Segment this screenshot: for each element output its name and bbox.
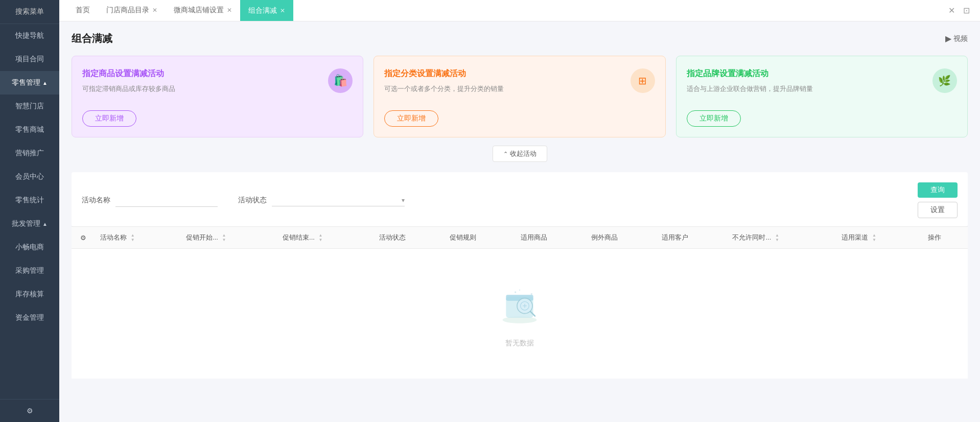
col-name-label: 活动名称 [100, 233, 127, 241]
col-promo-end[interactable]: 促销结束... ▲ ▼ [277, 227, 374, 249]
col-applicable-goods: 适用商品 [516, 227, 586, 249]
product-discount-card: 🛍️ 指定商品设置满减活动 可指定滞销商品或库存较多商品 立即新增 [72, 56, 363, 137]
gear-icon: ⚙ [27, 407, 33, 415]
tab-wechat-store-label: 微商城店铺设置 [174, 6, 224, 15]
tab-combo-discount-close[interactable]: ✕ [280, 7, 285, 14]
col-no-concurrent-label: 不允许同时... [732, 233, 771, 241]
sidebar-item-finance-mgmt[interactable]: 资金管理 [0, 306, 59, 330]
settings-button[interactable]: 设置 [918, 202, 958, 218]
sidebar-item-member-center[interactable]: 会员中心 [0, 165, 59, 189]
tab-combo-discount[interactable]: 组合满减 ✕ [240, 0, 293, 21]
col-applicable-channels-sort: ▲ ▼ [872, 233, 876, 242]
collapse-btn-label: 收起活动 [510, 149, 536, 158]
svg-point-9 [519, 290, 521, 291]
activity-name-label: 活动名称 [82, 196, 110, 205]
col-name-sort: ▲ ▼ [131, 233, 135, 242]
col-promo-rule-label: 促销规则 [450, 233, 476, 241]
video-link-label: 视频 [953, 34, 968, 43]
tab-home-label: 首页 [76, 6, 90, 15]
filter-actions: 查询 设置 [918, 182, 958, 218]
window-close-btn[interactable]: ✕ [946, 4, 957, 17]
sidebar-item-wholesale-mgmt[interactable]: 批发管理 ▲ [0, 212, 59, 236]
wholesale-mgmt-arrow-icon: ▲ [42, 221, 48, 227]
sidebar-item-marketing[interactable]: 营销推广 [0, 142, 59, 165]
brand-discount-add-btn[interactable]: 立即新增 [687, 110, 741, 127]
tab-store-products[interactable]: 门店商品目录 ✕ [98, 0, 166, 21]
col-promo-end-label: 促销结束... [283, 233, 315, 241]
sidebar-item-project-contract[interactable]: 项目合同 [0, 48, 59, 71]
tab-store-products-label: 门店商品目录 [106, 6, 149, 15]
svg-point-8 [515, 291, 516, 293]
category-discount-card: ⊞ 指定分类设置满减活动 可选一个或者多个分类，提升分类的销量 立即新增 [374, 56, 665, 137]
sidebar-item-xiaochangec[interactable]: 小畅电商 [0, 236, 59, 259]
sidebar-item-retail-mgmt[interactable]: 零售管理 ▲ [0, 71, 59, 95]
col-status-label: 活动状态 [379, 233, 406, 241]
product-discount-icon: 🛍️ [328, 68, 353, 93]
col-promo-end-sort: ▲ ▼ [319, 233, 323, 242]
sidebar-item-retail-stats[interactable]: 零售统计 [0, 189, 59, 212]
collapse-activities-btn[interactable]: ⌃ 收起活动 [493, 146, 547, 162]
main-area: 首页 门店商品目录 ✕ 微商城店铺设置 ✕ 组合满减 ✕ ✕ ⊡ 组合满减 ▶ … [59, 0, 980, 422]
col-promo-start-sort: ▲ ▼ [222, 233, 226, 242]
category-discount-desc: 可选一个或者多个分类，提升分类的销量 [384, 84, 655, 102]
chevron-up-icon: ⌃ [503, 151, 508, 157]
product-discount-desc: 可指定滞销商品或库存较多商品 [82, 84, 353, 102]
col-applicable-goods-label: 适用商品 [521, 233, 547, 241]
page-content: 组合满减 ▶ 视频 🛍️ 指定商品设置满减活动 可指定滞销商品或库存较多商品 立… [59, 21, 980, 422]
sidebar-settings-btn[interactable]: ⚙ [0, 399, 59, 422]
tab-bar-actions: ✕ ⊡ [946, 4, 972, 17]
col-operation-label: 操作 [928, 233, 941, 241]
page-header: 组合满减 ▶ 视频 [72, 32, 968, 45]
brand-discount-icon: 🌿 [932, 68, 957, 93]
tab-store-products-close[interactable]: ✕ [152, 7, 157, 14]
product-discount-add-btn[interactable]: 立即新增 [82, 110, 136, 127]
play-circle-icon: ▶ [945, 34, 951, 43]
col-promo-start[interactable]: 促销开始... ▲ ▼ [181, 227, 277, 249]
col-applicable-channels[interactable]: 适用渠道 ▲ ▼ [836, 227, 922, 249]
tab-combo-discount-label: 组合满减 [248, 6, 277, 15]
sidebar-item-smart-store[interactable]: 智慧门店 [0, 95, 59, 118]
cards-row: 🛍️ 指定商品设置满减活动 可指定滞销商品或库存较多商品 立即新增 ⊞ 指定分类… [72, 56, 968, 137]
col-applicable-customers-label: 适用客户 [662, 233, 688, 241]
table-settings-icon[interactable]: ⚙ [80, 234, 86, 242]
col-promo-rule: 促销规则 [445, 227, 515, 249]
brand-discount-title: 指定品牌设置满减活动 [687, 68, 957, 79]
query-button[interactable]: 查询 [918, 182, 958, 198]
svg-point-10 [531, 293, 532, 295]
sidebar: 搜索菜单 快捷导航 项目合同 零售管理 ▲ 智慧门店 零售商城 营销推广 会员中… [0, 0, 59, 422]
col-gear[interactable]: ⚙ [72, 227, 95, 249]
col-applicable-customers: 适用客户 [657, 227, 727, 249]
activities-table: ⚙ 活动名称 ▲ ▼ 促销开始... [72, 227, 968, 379]
retail-mgmt-arrow-icon: ▲ [42, 80, 48, 86]
sidebar-search[interactable]: 搜索菜单 [0, 0, 59, 24]
category-discount-icon: ⊞ [631, 68, 655, 93]
empty-text-label: 暂无数据 [505, 339, 534, 348]
tab-wechat-store-close[interactable]: ✕ [227, 7, 232, 14]
col-excluded-goods: 例外商品 [586, 227, 657, 249]
col-applicable-channels-label: 适用渠道 [842, 233, 868, 241]
col-status: 活动状态 [374, 227, 445, 249]
col-no-concurrent[interactable]: 不允许同时... ▲ ▼ [727, 227, 836, 249]
sidebar-item-inventory-check[interactable]: 库存核算 [0, 283, 59, 306]
chevron-down-icon: ▾ [402, 197, 405, 204]
col-promo-start-label: 促销开始... [186, 233, 218, 241]
empty-illustration [494, 279, 545, 331]
page-title: 组合满减 [72, 32, 112, 45]
video-link[interactable]: ▶ 视频 [945, 34, 968, 43]
activity-status-label: 活动状态 [238, 196, 267, 205]
tab-wechat-store[interactable]: 微商城店铺设置 ✕ [166, 0, 240, 21]
sidebar-item-purchase-mgmt[interactable]: 采购管理 [0, 259, 59, 283]
col-no-concurrent-sort: ▲ ▼ [775, 233, 779, 242]
category-discount-add-btn[interactable]: 立即新增 [384, 110, 438, 127]
col-excluded-goods-label: 例外商品 [591, 233, 618, 241]
sidebar-item-retail-mall[interactable]: 零售商城 [0, 118, 59, 142]
activity-status-select[interactable]: ▾ [272, 195, 405, 206]
collapse-bar: ⌃ 收起活动 [72, 146, 968, 162]
col-name[interactable]: 活动名称 ▲ ▼ [95, 227, 181, 249]
activity-name-input[interactable] [115, 194, 218, 207]
tab-home[interactable]: 首页 [67, 0, 98, 21]
brand-discount-card: 🌿 指定品牌设置满减活动 适合与上游企业联合做营销，提升品牌销量 立即新增 [676, 56, 968, 137]
col-operation: 操作 [923, 227, 968, 249]
window-maximize-btn[interactable]: ⊡ [961, 4, 972, 17]
sidebar-item-quick-nav[interactable]: 快捷导航 [0, 24, 59, 48]
